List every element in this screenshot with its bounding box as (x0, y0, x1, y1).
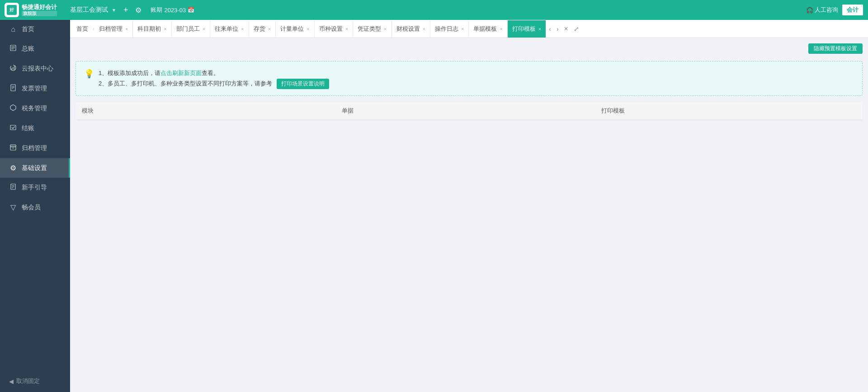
notice-line1-prefix: 1、模板添加成功后，请 (99, 70, 160, 76)
sidebar-item-settings[interactable]: ⚙ 基础设置 (0, 158, 70, 178)
sidebar-item-ledger[interactable]: 总账 (0, 39, 70, 59)
sidebar-item-guide[interactable]: 新手引导 (0, 178, 70, 198)
bulb-icon: 💡 (84, 69, 94, 89)
tab-expand-button[interactable]: ⤢ (571, 20, 582, 38)
add-tab-button[interactable]: + (122, 5, 130, 15)
support-label: 人工咨询 (815, 6, 838, 14)
print-template-table: 模块 单据 打印模板 (75, 102, 863, 120)
sidebar-item-tax[interactable]: 税务管理 (0, 99, 70, 118)
notice-line1-suffix: 查看。 (202, 70, 219, 76)
print-settings-button[interactable]: 打印场景设置说明 (277, 79, 329, 89)
period-value: 2023-03 (164, 7, 186, 14)
tab-next-button[interactable]: › (554, 20, 561, 38)
tab-prev-button[interactable]: ‹ (546, 20, 554, 38)
tab-subjects[interactable]: 科目期初 × (133, 20, 171, 38)
ledger-icon (9, 44, 17, 53)
tab-currency-close[interactable]: × (345, 26, 348, 32)
sidebar-label-ledger: 总账 (22, 45, 34, 53)
tab-contacts-close[interactable]: × (241, 26, 244, 32)
archive-icon (9, 144, 17, 153)
notice-text: 1、模板添加成功后，请点击刷新新页面查看。 2、多员工、多打印机、多种业务类型设… (99, 68, 329, 89)
tab-operation-log[interactable]: 操作日志 × (430, 20, 469, 38)
logo-icon-inner: 好 (7, 5, 17, 15)
guide-icon (9, 183, 17, 192)
sidebar-label-member: 畅会员 (22, 203, 41, 212)
cancel-fixed-label: 取消固定 (16, 377, 40, 385)
notice-line1: 1、模板添加成功后，请点击刷新新页面查看。 (99, 68, 329, 78)
tab-archive-mgmt[interactable]: 归档管理 × (94, 20, 133, 38)
tab-currency[interactable]: 币种设置 × (315, 20, 353, 38)
content-main: 隐藏预置模板设置 💡 1、模板添加成功后，请点击刷新新页面查看。 2、多员工、多… (70, 38, 868, 392)
logo-icon: 好 (5, 3, 19, 17)
tab-operation-log-close[interactable]: × (461, 26, 464, 32)
tab-departments[interactable]: 部门员工 × (172, 20, 210, 38)
logo-area: 好 畅捷通好会计 旗舰版 (5, 3, 66, 17)
sidebar-item-checkout[interactable]: 结账 (0, 118, 70, 138)
data-table-container: 模块 单据 打印模板 (75, 102, 863, 120)
tax-icon (9, 104, 17, 113)
notice-box: 💡 1、模板添加成功后，请点击刷新新页面查看。 2、多员工、多打印机、多种业务类… (75, 61, 863, 96)
member-icon: ▽ (9, 203, 17, 212)
sidebar-label-settings: 基础设置 (22, 164, 47, 172)
sidebar-label-guide: 新手引导 (22, 184, 47, 192)
sidebar-label-checkout: 结账 (22, 124, 34, 132)
top-bar: 好 畅捷通好会计 旗舰版 基层工会测试 ▼ + ⚙ 账期 2023-03 📅 🎧… (0, 0, 868, 20)
sidebar-item-member[interactable]: ▽ 畅会员 (0, 198, 70, 217)
svg-rect-11 (10, 125, 16, 130)
tab-subjects-label: 科目期初 (137, 25, 161, 33)
company-selector[interactable]: 基层工会测试 ▼ (70, 6, 116, 14)
tab-units-close[interactable]: × (307, 26, 309, 32)
tab-close-all-button[interactable]: × (561, 20, 571, 38)
sidebar-item-home[interactable]: ⌂ 首页 (0, 20, 70, 39)
tab-tax-settings[interactable]: 财税设置 × (392, 20, 430, 38)
tab-tax-settings-label: 财税设置 (396, 25, 420, 33)
tab-inventory[interactable]: 存货 × (249, 20, 276, 38)
tab-single-form[interactable]: 单据模板 × (469, 20, 507, 38)
tab-print-template-close[interactable]: × (538, 26, 541, 32)
hide-settings-button[interactable]: 隐藏预置模板设置 (808, 43, 863, 54)
tab-departments-label: 部门员工 (176, 25, 200, 33)
tab-single-form-label: 单据模板 (473, 25, 497, 33)
account-button[interactable]: 会计 (842, 4, 863, 16)
tab-subjects-close[interactable]: × (164, 26, 166, 32)
company-arrow-icon: ▼ (112, 8, 116, 13)
tab-single-form-close[interactable]: × (500, 26, 502, 32)
tab-archive-mgmt-label: 归档管理 (99, 25, 123, 33)
period-info: 账期 2023-03 📅 (151, 6, 194, 14)
sidebar-label-archive: 归档管理 (22, 144, 47, 152)
tab-units[interactable]: 计量单位 × (276, 20, 314, 38)
notice-refresh-link[interactable]: 点击刷新新页面 (160, 70, 202, 76)
table-header-row: 模块 单据 打印模板 (75, 102, 863, 120)
tab-bar: 首页 ‹ 归档管理 × 科目期初 × 部门员工 × 往来单位 × (70, 20, 868, 38)
main-area: ⌂ 首页 总账 云报表中心 发票管理 (0, 20, 868, 392)
sidebar-item-invoice[interactable]: 发票管理 (0, 79, 70, 99)
sidebar-item-reports[interactable]: 云报表中心 (0, 59, 70, 79)
settings-icon-button[interactable]: ⚙ (133, 6, 143, 14)
tab-print-template[interactable]: 打印模板 × (508, 20, 546, 38)
notice-line2-prefix: 2、多员工、多打印机、多种业务类型设置不同打印方案等，请参考 (99, 78, 272, 89)
tab-contacts[interactable]: 往来单位 × (210, 20, 249, 38)
tab-archive-mgmt-close[interactable]: × (125, 26, 128, 32)
tab-inventory-close[interactable]: × (268, 26, 271, 32)
cancel-fixed-button[interactable]: ◀ 取消固定 (0, 370, 70, 392)
support-button[interactable]: 🎧 人工咨询 (806, 6, 838, 14)
tab-voucher-type[interactable]: 凭证类型 × (353, 20, 392, 38)
company-name: 基层工会测试 (70, 6, 108, 14)
invoice-icon (9, 84, 17, 93)
notice-line2: 2、多员工、多打印机、多种业务类型设置不同打印方案等，请参考 打印场景设置说明 (99, 78, 329, 89)
tab-operation-log-label: 操作日志 (435, 25, 458, 33)
tab-departments-close[interactable]: × (203, 26, 205, 32)
sidebar-item-archive[interactable]: 归档管理 (0, 138, 70, 158)
top-right-area: 🎧 人工咨询 会计 (806, 4, 863, 16)
tab-voucher-type-close[interactable]: × (384, 26, 387, 32)
tab-home-label: 首页 (76, 25, 88, 33)
tab-home[interactable]: 首页 (72, 20, 93, 38)
home-icon: ⌂ (9, 25, 17, 33)
calendar-icon[interactable]: 📅 (188, 7, 194, 13)
col-form: 单据 (335, 102, 595, 120)
tab-inventory-label: 存货 (254, 25, 265, 33)
sidebar-label-home: 首页 (22, 25, 34, 33)
col-template: 打印模板 (595, 102, 863, 120)
settings-icon: ⚙ (9, 164, 17, 172)
tab-tax-settings-close[interactable]: × (423, 26, 425, 32)
